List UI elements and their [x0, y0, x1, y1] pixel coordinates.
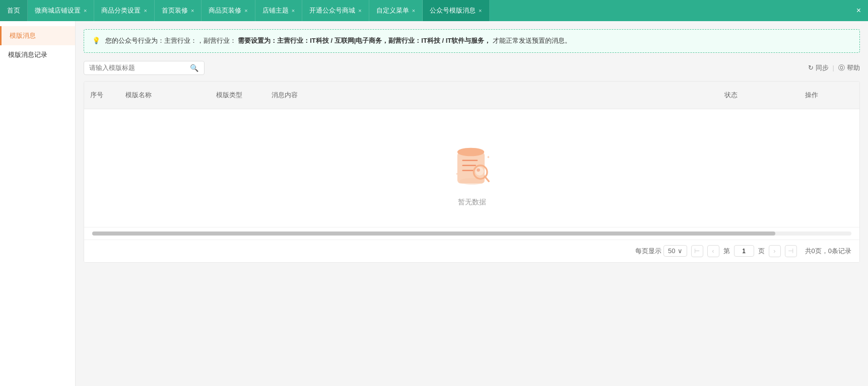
tab-category-label: 商品分类设置	[101, 6, 141, 15]
scrollbar-area	[84, 227, 859, 240]
col-content: 消息内容	[265, 87, 718, 104]
page-size-dropdown[interactable]: 50 ∨	[663, 245, 687, 257]
page-label-after: 页	[758, 247, 765, 256]
tab-category[interactable]: 商品分类设置 ×	[94, 0, 154, 21]
search-bar: 🔍 ↻ 同步 | ⓪ 帮助	[84, 61, 860, 75]
help-button[interactable]: ⓪ 帮助	[838, 63, 860, 72]
tab-home-decor-label: 首页装修	[162, 6, 188, 15]
close-wechat-shop-icon[interactable]: ×	[84, 8, 87, 14]
tab-custom-menu[interactable]: 自定义菜单 ×	[369, 0, 423, 21]
scrollbar-track[interactable]	[92, 231, 851, 236]
close-open-mall-icon[interactable]: ×	[358, 8, 361, 14]
content-area: 💡 您的公众号行业为：主营行业：，副营行业： 需要设置为：主营行业：IT科技 /…	[76, 21, 868, 386]
global-close-button[interactable]: ×	[849, 0, 868, 21]
empty-icon: ✦ ✦	[447, 139, 497, 190]
svg-point-2	[457, 147, 484, 156]
tab-home[interactable]: 首页	[0, 0, 28, 21]
first-page-button[interactable]: ⊢	[691, 245, 703, 257]
col-seq: 序号	[84, 87, 119, 104]
search-icon[interactable]: 🔍	[190, 64, 198, 72]
prev-page-button[interactable]: ‹	[707, 245, 719, 257]
sidebar: 模版消息 模版消息记录	[0, 21, 76, 386]
sidebar-item-template-msg-label: 模版消息	[10, 32, 36, 39]
svg-point-9	[477, 168, 480, 172]
search-input[interactable]	[89, 64, 190, 71]
tab-wechat-shop-label: 微商城店铺设置	[35, 6, 81, 15]
total-info: 共0页，0条记录	[805, 247, 851, 256]
tab-open-mall-label: 开通公众号商城	[309, 6, 355, 15]
notice-box: 💡 您的公众号行业为：主营行业：，副营行业： 需要设置为：主营行业：IT科技 /…	[84, 29, 860, 53]
empty-state: ✦ ✦ 暂无数据	[84, 109, 859, 227]
svg-point-7	[475, 167, 484, 176]
sidebar-item-template-record-label: 模版消息记录	[8, 51, 47, 58]
table-container: 序号 模版名称 模版类型 消息内容 状态 操作	[84, 81, 860, 263]
page-size-select: 每页显示 50 ∨	[635, 245, 687, 257]
tab-shop-theme[interactable]: 店铺主题 ×	[255, 0, 302, 21]
top-nav: 首页 微商城店铺设置 × 商品分类设置 × 首页装修 × 商品页装修 × 店铺主…	[0, 0, 868, 21]
close-template-msg-icon[interactable]: ×	[479, 8, 482, 14]
sidebar-item-template-record[interactable]: 模版消息记录	[0, 45, 75, 64]
svg-text:✦: ✦	[455, 172, 458, 176]
tab-home-decor[interactable]: 首页装修 ×	[155, 0, 202, 21]
tab-open-mall[interactable]: 开通公众号商城 ×	[302, 0, 369, 21]
notice-highlight: 需要设置为：主营行业：IT科技 / 互联网|电子商务，副营行业：IT科技 / I…	[238, 37, 491, 44]
notice-prefix: 您的公众号行业为：主营行业：，副营行业：	[105, 37, 236, 44]
notice-suffix: 才能正常发送预置的消息。	[493, 37, 571, 44]
main-layout: 模版消息 模版消息记录 💡 您的公众号行业为：主营行业：，副营行业： 需要设置为…	[0, 21, 868, 386]
tab-product-decor[interactable]: 商品页装修 ×	[202, 0, 255, 21]
sidebar-item-template-msg[interactable]: 模版消息	[0, 26, 75, 45]
scrollbar-thumb[interactable]	[92, 231, 775, 236]
page-size-value: 50	[668, 247, 675, 255]
tab-template-msg-label: 公众号模版消息	[430, 6, 476, 15]
close-home-decor-icon[interactable]: ×	[191, 8, 194, 14]
toolbar-divider: |	[833, 64, 834, 71]
chevron-down-icon: ∨	[678, 247, 683, 255]
sync-button[interactable]: ↻ 同步	[808, 63, 829, 72]
notice-icon: 💡	[92, 37, 100, 44]
next-page-button[interactable]: ›	[769, 245, 781, 257]
col-type: 模版类型	[210, 87, 265, 104]
tab-shop-theme-label: 店铺主题	[262, 6, 289, 15]
tab-home-label: 首页	[7, 6, 20, 15]
close-product-decor-icon[interactable]: ×	[244, 8, 247, 14]
page-input[interactable]	[734, 245, 754, 257]
close-category-icon[interactable]: ×	[144, 8, 147, 14]
pagination: 每页显示 50 ∨ ⊢ ‹ 第 页 › ⊣ 共0页，0条记录	[84, 240, 859, 262]
svg-line-8	[485, 176, 489, 181]
tab-custom-menu-label: 自定义菜单	[376, 6, 409, 15]
help-label: 帮助	[847, 63, 860, 72]
page-size-label: 每页显示	[635, 247, 661, 256]
col-name: 模版名称	[119, 87, 210, 104]
col-status: 状态	[718, 87, 799, 104]
close-custom-menu-icon[interactable]: ×	[412, 8, 415, 14]
page-label-before: 第	[723, 247, 730, 256]
svg-text:✦: ✦	[487, 154, 490, 159]
toolbar-right: ↻ 同步 | ⓪ 帮助	[808, 63, 860, 72]
last-page-button[interactable]: ⊣	[785, 245, 797, 257]
search-input-wrap[interactable]: 🔍	[84, 61, 205, 75]
empty-text: 暂无数据	[458, 198, 486, 207]
tab-template-msg[interactable]: 公众号模版消息 ×	[423, 0, 489, 21]
close-shop-theme-icon[interactable]: ×	[292, 8, 295, 14]
sync-icon: ↻	[808, 64, 814, 71]
table-header: 序号 模版名称 模版类型 消息内容 状态 操作	[84, 82, 859, 109]
tab-wechat-shop[interactable]: 微商城店铺设置 ×	[28, 0, 94, 21]
sync-label: 同步	[816, 63, 829, 72]
tab-product-decor-label: 商品页装修	[209, 6, 241, 15]
help-icon: ⓪	[838, 63, 845, 72]
col-action: 操作	[799, 87, 859, 104]
